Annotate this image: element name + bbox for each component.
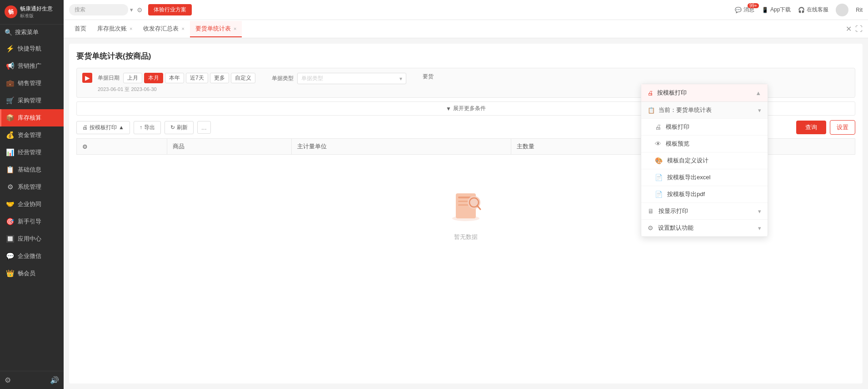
logo-text: 畅康通好生意 标准版 — [20, 5, 53, 19]
sidebar-logo: 畅 畅康通好生意 标准版 — [0, 0, 64, 25]
nav-label-inventory: 库存核算 — [18, 114, 41, 122]
print-dropdown-header: 🖨 按模板打印 ▲ — [641, 84, 768, 102]
settings-button[interactable]: 设置 — [830, 120, 855, 135]
sidebar-item-sales[interactable]: 💼销售管理 — [0, 75, 64, 92]
print-dropdown: 🖨 按模板打印 ▲ 📋 当前：要货单统计表 ▾ 🖨模板打印👁模板预览🎨模板自定义… — [641, 84, 768, 237]
tab-close-receipt-summary[interactable]: × — [181, 26, 184, 31]
tab-close-all[interactable]: ✕ — [846, 25, 852, 33]
col-product: 商品 — [167, 139, 291, 155]
tabbar: 首页库存批次账×收发存汇总表×要货单统计表×✕⛶ — [64, 20, 868, 38]
date-btn-更多[interactable]: 更多 — [210, 73, 229, 83]
topbar-dropdown-arrow[interactable]: ▾ — [130, 6, 133, 13]
dropdown-section-set-default[interactable]: ⚙设置默认功能▾ — [641, 220, 768, 237]
nav-icon-quick-nav: ⚡ — [6, 45, 14, 53]
select-arrow-icon: ▾ — [399, 76, 402, 82]
nav-icon-basic: 📋 — [6, 166, 14, 174]
messages-badge: 99+ — [748, 3, 759, 8]
nav-label-operation: 经营管理 — [18, 148, 41, 157]
sidebar-item-basic[interactable]: 📋基础信息 — [0, 161, 64, 178]
dropdown-item-template-export-excel[interactable]: 📄按模板导出excel — [641, 169, 768, 186]
sidebar-item-appstore[interactable]: 🔲应用中心 — [0, 230, 64, 248]
export-button[interactable]: ↑ 导出 — [134, 121, 161, 134]
filter-type-section: 单据类型 单据类型 ▾ — [272, 73, 406, 84]
nav-label-purchase: 采购管理 — [18, 96, 41, 105]
order-type-select[interactable]: 单据类型 ▾ — [297, 73, 406, 84]
tab-inventory-batch[interactable]: 库存批次账× — [92, 21, 138, 37]
dropdown-section-display-print[interactable]: 🖥按显示打印▾ — [641, 203, 768, 220]
app-download-btn[interactable]: 📱 App下载 — [762, 6, 791, 14]
trial-button[interactable]: 体验行业方案 — [148, 4, 192, 15]
sidebar-item-quick-nav[interactable]: ⚡快捷导航 — [0, 40, 64, 57]
date-btn-本年[interactable]: 本年 — [165, 73, 184, 83]
messages-btn[interactable]: 💬 消息 99+ — [735, 6, 754, 14]
current-template-item[interactable]: 📋 当前：要货单统计表 ▾ — [641, 102, 768, 119]
sidebar-item-marketing[interactable]: 📢营销推广 — [0, 57, 64, 75]
item-label-template-print: 模板打印 — [666, 123, 689, 131]
print-dropdown-icon: 🖨 — [648, 90, 653, 96]
svg-rect-3 — [458, 201, 468, 202]
tab-maximize[interactable]: ⛶ — [855, 25, 863, 33]
logo-icon: 畅 — [5, 5, 17, 18]
date-buttons: 上月本月本年近7天更多自定义 — [123, 73, 255, 83]
sidebar-item-enterprise[interactable]: 🤝企业协同 — [0, 196, 64, 213]
section-arrow-display-print: ▾ — [758, 208, 761, 215]
dropdown-item-template-custom[interactable]: 🎨模板自定义设计 — [641, 152, 768, 169]
online-service-btn[interactable]: 🎧 在线客服 — [798, 6, 828, 14]
date-btn-自定义[interactable]: 自定义 — [231, 73, 255, 83]
sidebar-item-finance[interactable]: 💰资金管理 — [0, 126, 64, 144]
sidebar-item-inventory[interactable]: 📦库存核算 — [0, 109, 64, 126]
more-button[interactable]: ... — [197, 121, 211, 134]
item-label-template-export-pdf: 按模板导出pdf — [667, 190, 705, 198]
refresh-button[interactable]: ↻ 刷新 — [165, 121, 194, 134]
item-icon-template-print: 🖨 — [655, 123, 661, 131]
nav-label-basic: 基础信息 — [18, 166, 41, 174]
tab-order-stats[interactable]: 要货单统计表× — [190, 21, 242, 37]
topbar-search[interactable]: 搜索 — [69, 4, 128, 15]
nav-label-marketing: 营销推广 — [18, 62, 41, 70]
sidebar-item-purchase[interactable]: 🛒采购管理 — [0, 92, 64, 109]
query-button[interactable]: 查询 — [796, 121, 826, 134]
dropdown-item-template-print[interactable]: 🖨模板打印 — [641, 119, 768, 136]
nav-label-sales: 销售管理 — [18, 79, 41, 87]
date-btn-本月[interactable]: 本月 — [144, 73, 163, 83]
item-icon-template-custom: 🎨 — [655, 157, 663, 164]
search-icon: 🔍 — [5, 29, 12, 36]
filter-date-row: 单据日期 上月本月本年近7天更多自定义 — [98, 73, 255, 83]
dropdown-item-template-preview[interactable]: 👁模板预览 — [641, 136, 768, 152]
date-btn-上月[interactable]: 上月 — [123, 73, 142, 83]
sidebar-item-operation[interactable]: 📊经营管理 — [0, 144, 64, 161]
nav-icon-system: ⚙ — [6, 183, 14, 191]
dropdown-item-template-export-pdf[interactable]: 📄按模板导出pdf — [641, 186, 768, 203]
sidebar-item-member[interactable]: 👑畅会员 — [0, 265, 64, 282]
date-btn-近7天[interactable]: 近7天 — [186, 73, 208, 83]
sidebar-item-system[interactable]: ⚙系统管理 — [0, 178, 64, 196]
item-icon-template-preview: 👁 — [655, 140, 661, 147]
topbar-gear-icon[interactable]: ⚙ — [137, 6, 143, 14]
sidebar-item-wechat[interactable]: 💬企业微信 — [0, 248, 64, 265]
sidebar-nav: ⚡快捷导航📢营销推广💼销售管理🛒采购管理📦库存核算💰资金管理📊经营管理📋基础信息… — [0, 40, 64, 371]
dropdown-close-icon[interactable]: ▲ — [755, 90, 761, 96]
service-icon: 🎧 — [798, 7, 805, 13]
tab-receipt-summary[interactable]: 收发存汇总表× — [138, 21, 190, 37]
main-content: 搜索 ▾ ⚙ 体验行业方案 💬 消息 99+ 📱 App下载 🎧 在线客服 Ri… — [64, 0, 868, 389]
print-arrow-icon: ▲ — [119, 124, 124, 131]
settings-icon[interactable]: ⚙ — [5, 376, 11, 384]
username[interactable]: Rit — [856, 7, 863, 13]
nav-label-appstore: 应用中心 — [18, 235, 41, 243]
col-settings[interactable]: ⚙ — [77, 139, 167, 155]
item-icon-template-export-excel: 📄 — [655, 174, 663, 181]
current-arrow-icon: ▾ — [758, 107, 761, 114]
section-icon-set-default: ⚙ — [648, 224, 653, 232]
nav-icon-finance: 💰 — [6, 131, 14, 139]
nav-label-enterprise: 企业协同 — [18, 200, 41, 208]
date-range: 2023-06-01 至 2023-06-30 — [98, 86, 255, 93]
sidebar-item-newbie[interactable]: 🎯新手引导 — [0, 213, 64, 230]
avatar[interactable] — [836, 4, 848, 16]
tab-home[interactable]: 首页 — [69, 21, 92, 37]
sound-icon[interactable]: 🔊 — [50, 376, 59, 384]
tab-close-inventory-batch[interactable]: × — [130, 26, 132, 31]
sidebar-search[interactable]: 🔍 搜索菜单 — [0, 25, 64, 40]
filter-expand-button[interactable]: ▶ — [82, 73, 92, 83]
tab-close-order-stats[interactable]: × — [234, 26, 236, 31]
print-button[interactable]: 🖨 按模板打印 ▲ — [76, 121, 130, 134]
